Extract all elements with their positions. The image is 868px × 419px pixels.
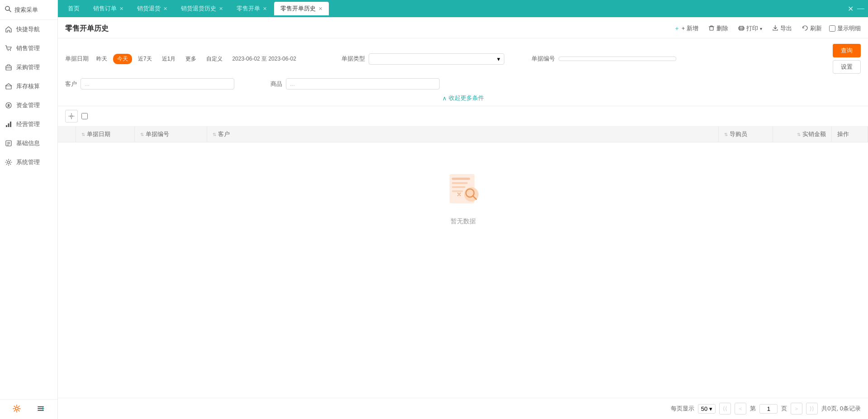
export-button[interactable]: 导出: [769, 23, 795, 34]
refresh-button[interactable]: 刷新: [799, 23, 825, 34]
page-label: 页: [781, 405, 787, 413]
sidebar-item-quick-nav[interactable]: 快捷导航: [0, 20, 57, 39]
minimize-icon[interactable]: —: [857, 5, 864, 13]
date-buttons: 昨天 今天 近7天 近1月 更多 自定义: [92, 54, 227, 64]
sidebar-item-label: 资金管理: [16, 101, 40, 109]
date-btn-more[interactable]: 更多: [181, 54, 200, 64]
delete-label: 删除: [716, 24, 728, 33]
th-label: 客户: [218, 130, 230, 138]
close-icon[interactable]: ✕: [163, 6, 167, 11]
print-button[interactable]: 打印 ▾: [735, 23, 765, 34]
date-btn-last7[interactable]: 近7天: [134, 54, 156, 64]
select-all-checkbox[interactable]: [81, 113, 88, 119]
tabs-left: 首页 销售订单 ✕ 销货退货 ✕ 销货退货历史 ✕ 零售开单 ✕ 零售开单历史 …: [62, 2, 329, 15]
tab-label: 销货退货历史: [181, 5, 216, 13]
date-btn-last-month[interactable]: 近1月: [158, 54, 180, 64]
svg-rect-10: [10, 122, 11, 127]
svg-rect-27: [452, 182, 468, 184]
sidebar-item-label: 系统管理: [16, 158, 40, 166]
delete-icon: [708, 25, 715, 33]
tab-retail-open[interactable]: 零售开单 ✕: [230, 2, 273, 15]
sidebar-item-basic-info[interactable]: 基础信息: [0, 134, 57, 153]
delete-button[interactable]: 删除: [706, 23, 731, 34]
per-page-select[interactable]: 50 ▾: [698, 404, 716, 414]
display-detail-checkbox[interactable]: 显示明细: [829, 24, 861, 33]
display-detail-input[interactable]: [829, 25, 835, 32]
sort-icon: ⇅: [213, 132, 216, 137]
date-btn-today[interactable]: 今天: [113, 54, 132, 64]
th-amount[interactable]: ⇅ 实销金额: [773, 127, 832, 142]
page-total: 共0页, 0条记录: [821, 405, 861, 413]
tab-home[interactable]: 首页: [62, 2, 86, 15]
tab-retail-open-history[interactable]: 零售开单历史 ✕: [274, 2, 329, 15]
empty-illustration: [441, 169, 486, 210]
sort-icon: ⇅: [797, 132, 801, 137]
customer-label: 客户: [65, 80, 77, 88]
sidebar-item-label: 经营管理: [16, 120, 40, 128]
sidebar-item-purchase[interactable]: 采购管理: [0, 58, 57, 77]
svg-rect-28: [452, 186, 465, 188]
settings-button[interactable]: 设置: [833, 60, 861, 74]
doc-num-input[interactable]: [559, 56, 676, 61]
close-window-icon[interactable]: ✕: [848, 5, 854, 13]
date-btn-custom[interactable]: 自定义: [202, 54, 227, 64]
query-button[interactable]: 查询: [833, 44, 861, 57]
svg-rect-6: [6, 86, 11, 89]
chevron-down-icon: ▾: [497, 56, 500, 62]
close-icon[interactable]: ✕: [119, 6, 123, 11]
close-icon[interactable]: ✕: [318, 6, 323, 11]
print-icon: [738, 25, 745, 33]
collapse-button[interactable]: ∧ 收起更多条件: [65, 94, 861, 102]
close-icon[interactable]: ✕: [219, 6, 223, 11]
sidebar-search[interactable]: 搜索采单: [0, 0, 57, 20]
customer-input[interactable]: ...: [81, 78, 234, 89]
product-input[interactable]: ...: [286, 78, 440, 89]
collapse-sidebar-icon[interactable]: [36, 404, 45, 414]
th-salesperson[interactable]: ⇅ 导购员: [719, 127, 773, 142]
tabs-right: ✕ —: [848, 5, 864, 13]
tab-sales-return-history[interactable]: 销货退货历史 ✕: [175, 2, 229, 15]
sidebar-item-operations[interactable]: 经营管理: [0, 115, 57, 134]
refresh-label: 刷新: [810, 24, 822, 33]
settings-footer-icon[interactable]: [12, 404, 21, 414]
th-number[interactable]: ⇅ 单据编号: [135, 127, 207, 142]
sidebar-item-sales[interactable]: 销售管理: [0, 39, 57, 58]
table-container: ⇅ 单据日期 ⇅ 单据编号 ⇅ 客户 ⇅ 导购员 ⇅ 实销金额: [58, 106, 868, 398]
sidebar-item-system[interactable]: 系统管理: [0, 153, 57, 172]
customer-placeholder: ...: [85, 80, 90, 87]
first-page-button[interactable]: ⟨⟨: [719, 403, 731, 414]
export-icon: [772, 25, 778, 33]
toolbar: ＋ + 新增 删除 打印 ▾: [671, 23, 861, 34]
th-label: 实销金额: [802, 130, 826, 138]
next-page-button[interactable]: ＞: [791, 403, 802, 414]
page-number-input[interactable]: [759, 404, 778, 414]
sidebar-item-inventory[interactable]: 库存核算: [0, 77, 57, 96]
prev-page-button[interactable]: ＜: [735, 403, 746, 414]
new-button[interactable]: ＋ + 新增: [671, 23, 701, 34]
product-filter: 商品 ...: [270, 78, 440, 89]
date-label: 单据日期: [65, 55, 89, 63]
search-icon: [5, 5, 12, 14]
table-head: ⇅ 单据日期 ⇅ 单据编号 ⇅ 客户 ⇅ 导购员 ⇅ 实销金额: [58, 127, 868, 142]
tab-sales-order[interactable]: 销售订单 ✕: [87, 2, 130, 15]
th-date[interactable]: ⇅ 单据日期: [76, 127, 135, 142]
svg-point-16: [15, 407, 18, 410]
sidebar-item-finance[interactable]: 资金管理: [0, 96, 57, 115]
date-range: 2023-06-02 至 2023-06-02: [232, 55, 296, 63]
column-settings-button[interactable]: [65, 110, 78, 122]
th-check: [58, 127, 76, 142]
sort-icon: ⇅: [81, 132, 85, 137]
tab-sales-return[interactable]: 销货退货 ✕: [131, 2, 174, 15]
svg-point-24: [71, 115, 72, 117]
th-label: 操作: [837, 130, 849, 138]
svg-line-1: [9, 10, 11, 12]
plus-icon: ＋: [674, 24, 680, 33]
per-page-label: 每页显示: [671, 405, 694, 413]
last-page-button[interactable]: ⟩⟩: [806, 403, 818, 414]
sidebar-footer: [0, 399, 57, 419]
th-customer[interactable]: ⇅ 客户: [207, 127, 719, 142]
home-icon: [5, 25, 13, 33]
date-btn-yesterday[interactable]: 昨天: [92, 54, 111, 64]
doc-type-select[interactable]: ▾: [369, 53, 504, 65]
close-icon[interactable]: ✕: [263, 6, 267, 11]
